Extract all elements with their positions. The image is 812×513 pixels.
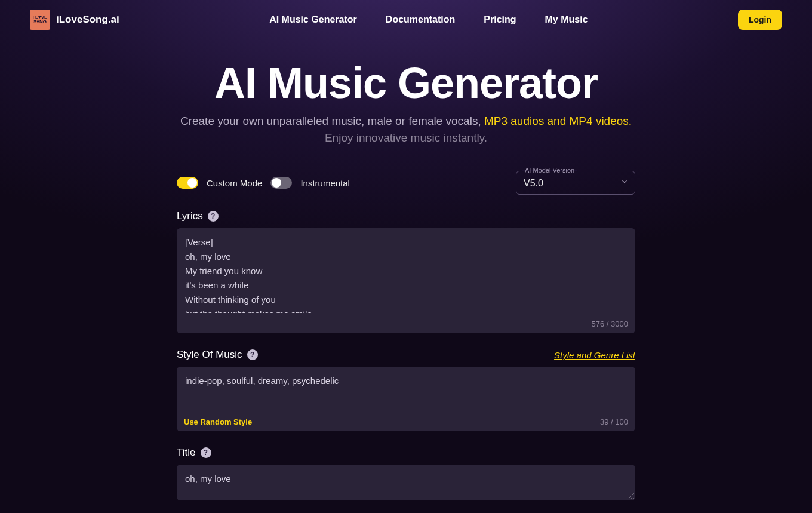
model-version-legend: AI Model Version	[522, 167, 577, 174]
instrumental-label: Instrumental	[300, 178, 350, 188]
style-counter: 39 / 100	[600, 417, 628, 426]
style-genre-list-link[interactable]: Style and Genre List	[554, 350, 635, 360]
toggle-knob	[187, 178, 197, 188]
title-label-row: Title ?	[177, 447, 635, 459]
hero-subtitle-2: Enjoy innovative music instantly.	[0, 131, 812, 145]
main-nav: AI Music Generator Documentation Pricing…	[269, 14, 588, 25]
brand-name: iLoveSong.ai	[56, 14, 119, 26]
lyrics-label: Lyrics	[177, 210, 203, 222]
nav-my-music[interactable]: My Music	[545, 14, 588, 25]
top-controls-row: Custom Mode Instrumental AI Model Versio…	[177, 171, 635, 195]
custom-mode-toggle[interactable]	[177, 177, 198, 189]
nav-documentation[interactable]: Documentation	[386, 14, 455, 25]
use-random-style-button[interactable]: Use Random Style	[184, 417, 252, 426]
hero-sub-prefix: Create your own unparalleled music, male…	[180, 115, 484, 127]
header: I L♥VE S♥NG iLoveSong.ai AI Music Genera…	[0, 0, 812, 39]
help-icon[interactable]: ?	[201, 447, 211, 458]
title-input[interactable]	[185, 472, 627, 489]
hero-sub-highlight: MP3 audios and MP4 videos.	[484, 115, 632, 127]
toggles-group: Custom Mode Instrumental	[177, 177, 350, 189]
style-label-row: Style Of Music ? Style and Genre List	[177, 349, 635, 361]
hero: AI Music Generator Create your own unpar…	[0, 59, 812, 145]
custom-mode-label: Custom Mode	[207, 178, 262, 188]
toggle-knob	[272, 178, 281, 188]
help-icon[interactable]: ?	[208, 211, 219, 222]
nav-pricing[interactable]: Pricing	[484, 14, 516, 25]
title-block	[177, 465, 635, 500]
generator-form: Custom Mode Instrumental AI Model Versio…	[177, 171, 635, 513]
lyrics-label-row: Lyrics ?	[177, 210, 635, 222]
model-version-value: V5.0	[524, 178, 543, 188]
page-title: AI Music Generator	[0, 59, 812, 107]
lyrics-input[interactable]	[185, 235, 627, 313]
brand[interactable]: I L♥VE S♥NG iLoveSong.ai	[30, 10, 119, 30]
model-version-select[interactable]: AI Model Version V5.0	[516, 171, 635, 195]
style-label: Style Of Music	[177, 349, 242, 361]
chevron-down-icon	[620, 177, 629, 188]
style-block: Use Random Style 39 / 100	[177, 367, 635, 431]
lyrics-counter: 576 / 3000	[592, 320, 628, 328]
resize-handle-icon	[628, 493, 634, 499]
hero-subtitle: Create your own unparalleled music, male…	[0, 115, 812, 128]
style-label-group: Style Of Music ?	[177, 349, 258, 361]
help-icon[interactable]: ?	[247, 349, 258, 360]
nav-ai-music-generator[interactable]: AI Music Generator	[269, 14, 357, 25]
logo-icon: I L♥VE S♥NG	[30, 10, 50, 30]
login-button[interactable]: Login	[738, 10, 782, 30]
lyrics-block: 576 / 3000	[177, 228, 635, 333]
title-label: Title	[177, 447, 196, 459]
instrumental-toggle[interactable]	[270, 177, 292, 189]
style-input[interactable]	[185, 374, 627, 411]
